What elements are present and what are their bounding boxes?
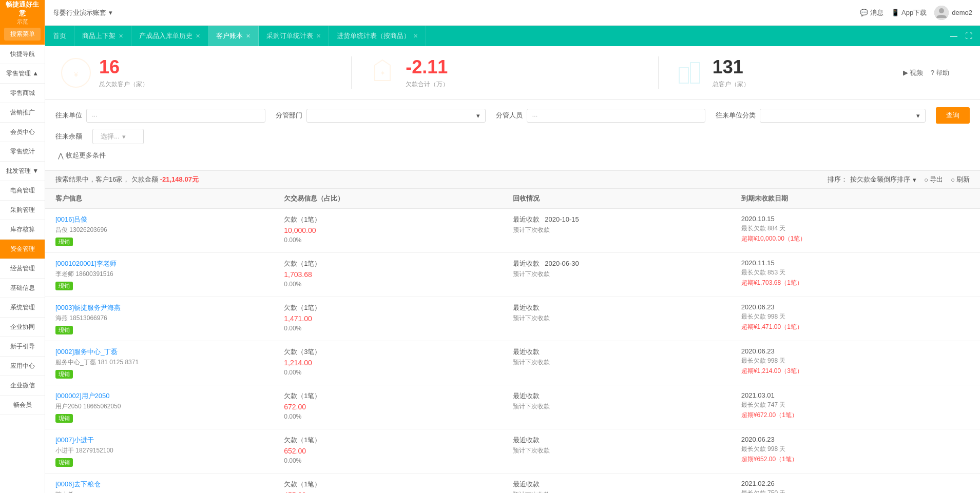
sort-selector[interactable]: 排序： 按欠款金额倒序排序 ▾ <box>828 175 916 184</box>
sidebar-item-retail-mgmt[interactable]: 零售管理 ▲ <box>0 64 45 84</box>
customer-name[interactable]: [0002]服务中心_丁磊 <box>55 347 284 357</box>
close-icon[interactable]: ✕ <box>413 33 418 40</box>
close-icon[interactable]: ✕ <box>196 33 200 40</box>
debt-info: 欠款（1笔） 672.00 0.00% <box>284 391 512 420</box>
sidebar-item-wholesale[interactable]: 批发管理 ▼ <box>0 162 45 181</box>
overdue-date: 2020.11.15 <box>741 259 970 267</box>
sidebar-item-apps[interactable]: 应用中心 <box>0 357 45 376</box>
debt-percent: 0.00% <box>284 236 512 244</box>
filter-area: 往来单位 ··· 分管部门 ▾ 分管人员 <box>45 100 980 171</box>
svg-text:¥: ¥ <box>73 71 78 78</box>
video-link[interactable]: ▶ 视频 <box>903 68 923 77</box>
tab-purchase-stats[interactable]: 采购订单统计表 ✕ <box>259 26 329 46</box>
tab-production-history[interactable]: 产成品入库单历史 ✕ <box>131 26 208 46</box>
sidebar-item-operation[interactable]: 经营管理 <box>0 259 45 279</box>
balance-placeholder: 选择... <box>101 132 120 141</box>
chevron-down-icon: ▾ <box>476 112 480 120</box>
tab-label: 进货单统计表（按商品） <box>337 31 410 41</box>
filter-person-input[interactable]: ··· <box>527 109 706 123</box>
filter-unit-class: 往来单位分类 ▾ <box>716 109 926 123</box>
debt-total-number: -2.11 <box>406 56 449 78</box>
collapse-icon: ⋀ <box>58 152 64 160</box>
tab-product-listing[interactable]: 商品上下架 ✕ <box>74 26 131 46</box>
sidebar-item-inventory[interactable]: 库存核算 <box>0 220 45 240</box>
customer-name[interactable]: [0001020001]李老师 <box>55 259 284 268</box>
chevron-down-icon: ▾ <box>122 133 126 141</box>
overdue-info: 2021.02.26 最长欠款 750 天 超期¥455.90（1笔） <box>741 480 970 493</box>
customer-name[interactable]: [0016]吕俊 <box>55 215 284 224</box>
search-button[interactable]: 查询 <box>936 107 970 124</box>
customer-tag: 现销 <box>55 238 73 246</box>
overdue-link[interactable]: 超期¥1,703.68（1笔） <box>741 279 970 287</box>
col-header-customer: 客户信息 <box>55 194 284 203</box>
filter-row-2: 往来余额 选择... ▾ <box>55 129 970 144</box>
filter-unit-input[interactable]: ··· <box>86 109 265 123</box>
filter-row-1: 往来单位 ··· 分管部门 ▾ 分管人员 <box>55 107 970 124</box>
customer-name[interactable]: [0007]小进干 <box>55 436 284 445</box>
debt-amount: 1,471.00 <box>284 314 512 323</box>
overdue-link[interactable]: 超期¥1,471.00（1笔） <box>741 323 970 331</box>
close-icon[interactable]: ✕ <box>316 33 321 40</box>
sidebar-item-retail-mall[interactable]: 零售商城 <box>0 84 45 103</box>
filter-unit-class-select[interactable]: ▾ <box>760 109 926 123</box>
customer-name[interactable]: [0003]畅捷服务尹海燕 <box>55 303 284 312</box>
total-customers-number: 131 <box>713 56 750 78</box>
message-icon: 💬 <box>860 9 868 16</box>
sidebar-item-retail-stats[interactable]: 零售统计 <box>0 142 45 162</box>
app-download-button[interactable]: 📱 App下载 <box>891 8 927 17</box>
close-icon[interactable]: ✕ <box>119 33 123 40</box>
data-table: 客户信息 欠交易信息（占比） 回收情况 到期未收款日期 [0016]吕俊 吕俊 … <box>45 189 980 493</box>
help-link[interactable]: ? 帮助 <box>931 68 949 77</box>
sidebar-item-guide[interactable]: 新手引导 <box>0 337 45 357</box>
overdue-link[interactable]: 超期¥10,000.00（1笔） <box>741 234 970 243</box>
sidebar-item-basic-info[interactable]: 基础信息 <box>0 279 45 298</box>
customer-info: [0006]去下粮仓 陈小希 现销 <box>55 480 284 493</box>
search-menu-button[interactable]: 搜索菜单 <box>4 28 41 41</box>
close-icon[interactable]: ✕ <box>246 33 251 40</box>
customer-tag: 现销 <box>55 458 73 467</box>
sidebar-item-weixin[interactable]: 企业微信 <box>0 376 45 396</box>
customer-meta: 用户2050 18665062050 <box>55 402 284 411</box>
result-amount-label: 欠款金额 <box>131 175 158 183</box>
sidebar-item-finance[interactable]: 资金管理 <box>0 240 45 259</box>
customer-name[interactable]: [0006]去下粮仓 <box>55 480 284 489</box>
debt-amount: 1,703.68 <box>284 270 512 279</box>
sidebar-item-member[interactable]: 会员中心 <box>0 123 45 142</box>
user-profile[interactable]: demo2 <box>934 6 972 20</box>
overdue-link[interactable]: 超期¥672.00（1笔） <box>741 411 970 420</box>
balance-select[interactable]: 选择... ▾ <box>92 129 144 144</box>
export-button[interactable]: ○ 导出 <box>924 175 943 184</box>
sidebar-item-ecommerce[interactable]: 电商管理 <box>0 181 45 201</box>
sidebar-item-system[interactable]: 系统管理 <box>0 298 45 318</box>
debt-total-icon: ✦ <box>367 57 398 88</box>
overdue-link[interactable]: 超期¥1,214.00（3笔） <box>741 367 970 376</box>
sidebar-item-member2[interactable]: 畅会员 <box>0 396 45 415</box>
debt-count: 欠款（1笔） <box>284 436 512 445</box>
debt-percent: 0.00% <box>284 369 512 376</box>
customer-info: [0007]小进干 小进干 18279152100 现销 <box>55 436 284 467</box>
customer-info: [0002]服务中心_丁磊 服务中心_丁磊 181 0125 8371 现销 <box>55 347 284 379</box>
sort-value: 按欠款金额倒序排序 <box>850 175 910 184</box>
message-button[interactable]: 💬 消息 <box>860 8 883 17</box>
minimize-icon[interactable]: — <box>948 31 960 41</box>
sidebar-item-purchase[interactable]: 采购管理 <box>0 201 45 220</box>
filter-dept-select[interactable]: ▾ <box>306 109 486 123</box>
tab-home[interactable]: 首页 <box>45 26 74 46</box>
expand-icon[interactable]: ⛶ <box>963 31 975 41</box>
overdue-days: 最长欠款 750 天 <box>741 489 970 493</box>
result-actions: 排序： 按欠款金额倒序排序 ▾ ○ 导出 ○ 刷新 <box>828 175 970 184</box>
recovery-next: 预计下次收款 <box>513 314 741 323</box>
overdue-link[interactable]: 超期¥652.00（1笔） <box>741 455 970 464</box>
company-selector[interactable]: 母婴行业演示账套 ▾ <box>53 8 112 17</box>
refresh-button[interactable]: ○ 刷新 <box>951 175 970 184</box>
customer-name[interactable]: [000002]用户2050 <box>55 391 284 401</box>
recovery-info: 最近收款 预计下次收款 <box>513 303 741 323</box>
tab-purchase-product-stats[interactable]: 进货单统计表（按商品） ✕ <box>329 26 426 46</box>
customer-meta: 吕俊 13026203696 <box>55 226 284 234</box>
sidebar-item-quick-nav[interactable]: 快捷导航 <box>0 45 45 64</box>
debt-info: 欠款（1笔） 652.00 0.00% <box>284 436 512 464</box>
sidebar-item-enterprise[interactable]: 企业协同 <box>0 318 45 337</box>
sidebar-item-marketing[interactable]: 营销推广 <box>0 103 45 123</box>
collapse-button[interactable]: ⋀ 收起更多条件 <box>55 148 970 163</box>
tab-customer-ledger[interactable]: 客户账本 ✕ <box>208 26 259 46</box>
